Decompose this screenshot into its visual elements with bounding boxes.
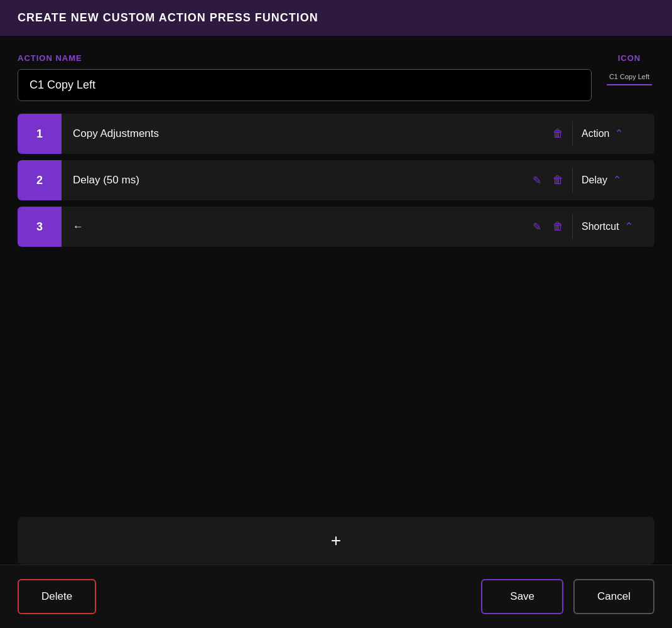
step-type-label: Shortcut — [582, 221, 619, 232]
edit-step-button[interactable]: ✎ — [530, 171, 544, 190]
step-type-label: Action — [582, 128, 609, 139]
step-type: Action⌃ — [573, 127, 654, 141]
steps-list: 1Copy Adjustments🗑Action⌃2Delay (50 ms)✎… — [18, 114, 654, 247]
title-text: CREATE NEW CUSTOM ACTION PRESS FUNCTION — [18, 11, 318, 24]
step-type: Shortcut⌃ — [573, 220, 654, 234]
action-name-row: ACTION NAME ICON C1 Copy Left — [18, 53, 654, 101]
delete-step-button[interactable]: 🗑 — [550, 171, 566, 189]
step-chevron-button[interactable]: ⌃ — [612, 173, 622, 187]
step-content: ← — [62, 220, 524, 233]
step-content: Copy Adjustments — [62, 127, 544, 140]
step-actions: ✎🗑 — [524, 171, 572, 190]
step-chevron-button[interactable]: ⌃ — [624, 220, 634, 234]
step-number: 3 — [18, 207, 62, 247]
cancel-button[interactable]: Cancel — [573, 579, 654, 614]
step-row: 1Copy Adjustments🗑Action⌃ — [18, 114, 654, 154]
step-chevron-button[interactable]: ⌃ — [614, 127, 624, 141]
delete-step-button[interactable]: 🗑 — [550, 218, 566, 236]
action-name-input[interactable] — [18, 69, 592, 101]
footer: Delete Save Cancel — [0, 565, 672, 628]
step-actions: 🗑 — [544, 125, 572, 143]
step-row: 2Delay (50 ms)✎🗑Delay⌃ — [18, 160, 654, 200]
step-type-label: Delay — [582, 175, 607, 186]
add-button-row: + — [18, 517, 654, 565]
icon-section: ICON C1 Copy Left — [604, 53, 654, 85]
step-content: Delay (50 ms) — [62, 174, 524, 187]
add-step-button[interactable]: + — [18, 517, 654, 565]
action-name-section: ACTION NAME — [18, 53, 592, 101]
main-content: ACTION NAME ICON C1 Copy Left 1Copy Adju… — [0, 36, 672, 565]
step-number: 2 — [18, 160, 62, 200]
step-actions: ✎🗑 — [524, 218, 572, 236]
icon-preview: C1 Copy Left — [607, 69, 652, 85]
delete-step-button[interactable]: 🗑 — [550, 125, 566, 143]
step-number: 1 — [18, 114, 62, 154]
delete-button[interactable]: Delete — [18, 579, 96, 614]
action-name-label: ACTION NAME — [18, 53, 592, 63]
edit-step-button[interactable]: ✎ — [530, 218, 544, 236]
footer-right: Save Cancel — [481, 579, 654, 614]
step-type: Delay⌃ — [573, 173, 654, 187]
step-row: 3←✎🗑Shortcut⌃ — [18, 207, 654, 247]
title-bar: CREATE NEW CUSTOM ACTION PRESS FUNCTION — [0, 0, 672, 36]
save-button[interactable]: Save — [481, 579, 563, 614]
icon-label: ICON — [618, 53, 641, 63]
